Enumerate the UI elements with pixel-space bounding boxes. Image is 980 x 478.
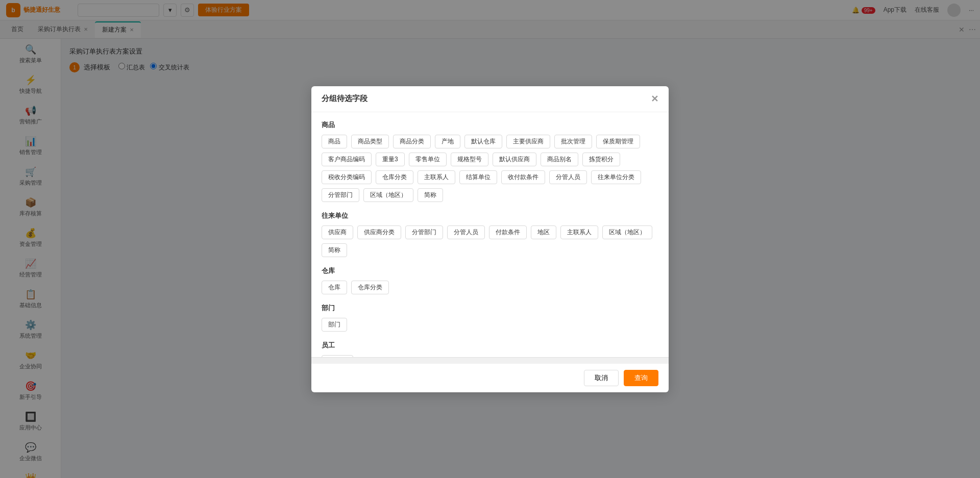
chip-partner-3[interactable]: 分管人员 [447,225,485,239]
chip-product-8[interactable]: 客户商品编码 [322,153,372,166]
chip-product-3[interactable]: 产地 [435,135,460,148]
modal-field-selector: 分组待选字段 ✕ 商品 商品 商品类型 商品分类 产地 默认仓库 主要供应商 批… [311,86,669,392]
chip-product-17[interactable]: 主联系人 [418,170,455,184]
chip-product-6[interactable]: 批次管理 [554,135,592,148]
section-product: 商品 商品 商品类型 商品分类 产地 默认仓库 主要供应商 批次管理 保质期管理… [322,120,658,202]
chip-product-0[interactable]: 商品 [322,135,347,148]
chip-product-18[interactable]: 结算单位 [459,170,497,184]
modal-close-icon[interactable]: ✕ [651,93,658,105]
chip-product-10[interactable]: 零售单位 [409,153,447,166]
chip-partner-6[interactable]: 主联系人 [560,225,598,239]
chip-product-12[interactable]: 默认供应商 [493,153,536,166]
modal-hscroll[interactable] [311,357,669,363]
chip-product-5[interactable]: 主要供应商 [506,135,550,148]
chip-product-9[interactable]: 重量3 [376,153,405,166]
section-employee-title: 员工 [322,341,658,350]
chip-partner-2[interactable]: 分管部门 [405,225,443,239]
chip-partner-4[interactable]: 付款条件 [489,225,527,239]
confirm-button[interactable]: 查询 [624,370,658,386]
chip-product-22[interactable]: 分管部门 [322,188,359,202]
modal-footer: 取消 查询 [311,363,669,392]
cancel-button[interactable]: 取消 [584,370,619,386]
product-chips: 商品 商品类型 商品分类 产地 默认仓库 主要供应商 批次管理 保质期管理 客户… [322,135,658,202]
chip-partner-5[interactable]: 地区 [531,225,556,239]
chip-partner-0[interactable]: 供应商 [322,225,353,239]
chip-partner-8[interactable]: 简称 [322,243,347,257]
chip-product-23[interactable]: 区域（地区） [363,188,413,202]
section-employee: 员工 业务员 [322,341,658,357]
section-product-title: 商品 [322,120,658,130]
section-partner: 往来单位 供应商 供应商分类 分管部门 分管人员 付款条件 地区 主联系人 区域… [322,211,658,257]
section-department-title: 部门 [322,304,658,313]
chip-product-1[interactable]: 商品类型 [351,135,389,148]
chip-product-19[interactable]: 收付款条件 [501,170,545,184]
section-warehouse-title: 仓库 [322,266,658,275]
warehouse-chips: 仓库 仓库分类 [322,281,658,294]
partner-chips: 供应商 供应商分类 分管部门 分管人员 付款条件 地区 主联系人 区域（地区） … [322,225,658,257]
chip-product-21[interactable]: 往来单位分类 [591,170,641,184]
chip-product-20[interactable]: 分管人员 [549,170,587,184]
chip-product-4[interactable]: 默认仓库 [464,135,502,148]
chip-warehouse-1[interactable]: 仓库分类 [351,281,389,294]
section-department: 部门 部门 [322,304,658,332]
section-partner-title: 往来单位 [322,211,658,220]
chip-partner-7[interactable]: 区域（地区） [602,225,652,239]
chip-product-15[interactable]: 税收分类编码 [322,170,372,184]
department-chips: 部门 [322,318,658,332]
chip-product-11[interactable]: 规格型号 [451,153,488,166]
chip-warehouse-0[interactable]: 仓库 [322,281,347,294]
chip-department-0[interactable]: 部门 [322,318,347,332]
modal-header: 分组待选字段 ✕ [311,86,669,112]
chip-product-2[interactable]: 商品分类 [393,135,431,148]
chip-product-14[interactable]: 拣货积分 [582,153,620,166]
chip-product-7[interactable]: 保质期管理 [596,135,640,148]
modal-body: 商品 商品 商品类型 商品分类 产地 默认仓库 主要供应商 批次管理 保质期管理… [311,112,669,357]
modal-title: 分组待选字段 [322,94,368,104]
chip-partner-1[interactable]: 供应商分类 [357,225,401,239]
section-warehouse: 仓库 仓库 仓库分类 [322,266,658,294]
chip-product-13[interactable]: 商品别名 [541,153,578,166]
chip-product-24[interactable]: 简称 [418,188,443,202]
chip-product-16[interactable]: 仓库分类 [376,170,413,184]
